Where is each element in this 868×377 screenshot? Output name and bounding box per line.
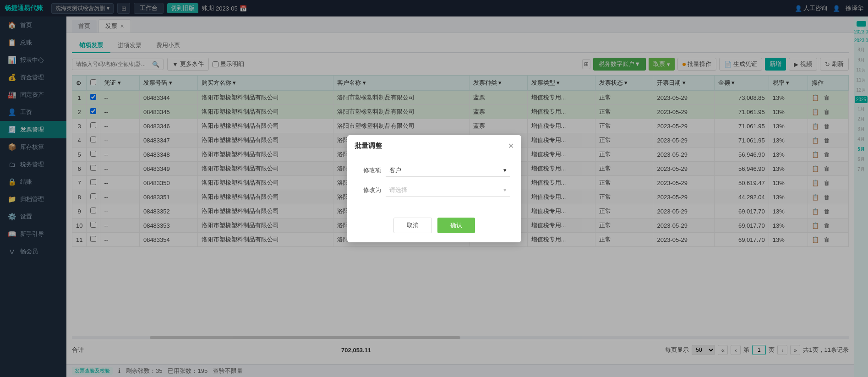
modify-to-label: 修改为 (358, 186, 381, 194)
modify-to-row: 修改为 请选择 ▾ (358, 184, 510, 197)
batch-adjust-modal: 批量调整 ✕ 修改项 客户 ▾ 修改为 请选择 ▾ 取消 确认 (347, 135, 521, 242)
modify-item-arrow: ▾ (503, 167, 507, 174)
modal-overlay: 批量调整 ✕ 修改项 客户 ▾ 修改为 请选择 ▾ 取消 确认 (0, 0, 868, 377)
modal-close-btn[interactable]: ✕ (508, 142, 514, 150)
modify-item-row: 修改项 客户 ▾ (358, 164, 510, 177)
modal-cancel-btn[interactable]: 取消 (393, 218, 432, 233)
modify-item-select[interactable]: 客户 ▾ (386, 164, 510, 177)
modify-to-select[interactable]: 请选择 ▾ (386, 184, 510, 197)
modal-header: 批量调整 ✕ (347, 135, 521, 155)
modify-item-label: 修改项 (358, 166, 381, 175)
modify-to-placeholder: 请选择 (389, 186, 407, 194)
modify-item-value: 客户 (389, 166, 401, 175)
modal-footer: 取消 确认 (347, 213, 521, 242)
modal-body: 修改项 客户 ▾ 修改为 请选择 ▾ (347, 155, 521, 213)
modal-confirm-btn[interactable]: 确认 (437, 218, 475, 233)
modal-title: 批量调整 (355, 142, 382, 150)
modify-to-arrow: ▾ (503, 186, 507, 193)
